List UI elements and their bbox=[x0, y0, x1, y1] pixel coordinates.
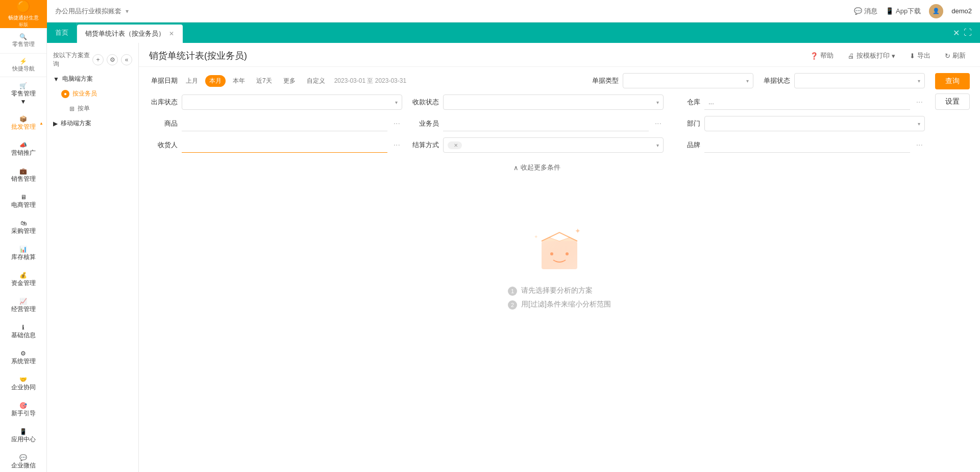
warehouse-input[interactable] bbox=[704, 95, 910, 110]
tab-home[interactable]: 首页 bbox=[47, 22, 77, 43]
scheme-item-order[interactable]: ⊞ 按单 bbox=[47, 101, 138, 116]
close-tab-btn[interactable]: ✕ bbox=[953, 28, 960, 38]
consignee-input[interactable] bbox=[182, 137, 387, 153]
scheme-item-salesperson[interactable]: ● 按业务员 bbox=[47, 86, 138, 101]
quick-nav-btn[interactable]: ⚡ 快捷导航 bbox=[0, 54, 46, 77]
date-tab-more[interactable]: 更多 bbox=[279, 75, 300, 87]
sidebar-item-appstore[interactable]: 📱 应用中心 bbox=[0, 423, 46, 449]
payment-tag-close-btn[interactable]: ✕ bbox=[454, 143, 458, 148]
sidebar-item-ecom[interactable]: 🖥 电商管理 bbox=[0, 188, 46, 215]
filter-row-1: 单据日期 上月 本月 本年 近7天 更多 自定义 2023-03-01 至 20… bbox=[149, 73, 925, 88]
sidebar-item-label: 资金管理 bbox=[11, 279, 36, 288]
sidebar-item-retail[interactable]: 🛒 零售管理 bbox=[0, 77, 46, 110]
page-header-actions: ❓ 帮助 🖨 按模板打印 ▾ ⬇ 导出 ↻ 刷新 bbox=[806, 49, 970, 62]
warehouse-dots-btn[interactable]: ··· bbox=[914, 98, 925, 107]
collapse-icon: ∧ bbox=[513, 164, 519, 172]
date-tab-last-month[interactable]: 上月 bbox=[182, 75, 202, 87]
filter-row-4: 收货人 ··· 结算方式 ✕ ▾ bbox=[149, 137, 925, 153]
collapse-filters-btn[interactable]: ∧ 收起更多条件 bbox=[149, 159, 925, 176]
department-select[interactable]: ▾ bbox=[704, 116, 925, 131]
settings-scheme-btn[interactable]: ⚙ bbox=[107, 54, 118, 65]
filter-area: 单据日期 上月 本月 本年 近7天 更多 自定义 2023-03-01 至 20… bbox=[139, 67, 935, 182]
print-btn[interactable]: 🖨 按模板打印 ▾ bbox=[844, 49, 899, 62]
sidebar-item-label: 电商管理 bbox=[11, 201, 36, 209]
empty-state: ✦ ✦ 1 请先选择要分析的方案 2 用[过滤]条件来缩小分析范围 bbox=[139, 182, 980, 355]
doc-type-label: 单据类型 bbox=[590, 76, 619, 85]
sidebar-item-label: 销售管理 bbox=[11, 175, 36, 183]
payment-label: 结算方式 bbox=[410, 140, 439, 150]
consignee-label: 收货人 bbox=[149, 140, 178, 150]
filter-pay-status: 收款状态 ▾ bbox=[410, 95, 664, 110]
marketing-icon: 📣 bbox=[19, 141, 27, 149]
refresh-btn[interactable]: ↻ 刷新 bbox=[941, 49, 970, 62]
sidebar-item-newbie[interactable]: 🎯 新手引导 bbox=[0, 397, 46, 423]
purchase-icon: 🛍 bbox=[20, 220, 27, 227]
date-tab-this-year[interactable]: 本年 bbox=[229, 75, 249, 87]
pay-status-label: 收款状态 bbox=[410, 98, 439, 107]
sidebar-item-label: 营销推广 bbox=[11, 149, 36, 157]
app-download-btn[interactable]: 📱 App下载 bbox=[886, 7, 921, 16]
message-btn[interactable]: 💬 消息 bbox=[854, 7, 877, 16]
scheme-group-mobile-header[interactable]: ▶ 移动端方案 bbox=[47, 116, 138, 131]
brand-dots-btn[interactable]: ··· bbox=[914, 140, 925, 150]
goods-dots-btn[interactable]: ··· bbox=[391, 119, 402, 128]
goods-input[interactable] bbox=[182, 116, 387, 131]
setting-btn[interactable]: 设置 bbox=[935, 93, 970, 110]
step-2-text: 用[过滤]条件来缩小分析范围 bbox=[521, 300, 611, 309]
appstore-icon: 📱 bbox=[19, 428, 27, 435]
sidebar-item-wholesale[interactable]: 📦 批发管理 bbox=[0, 110, 46, 136]
retail-icon: 🛒 bbox=[19, 82, 27, 89]
salesperson-dots-btn[interactable]: ··· bbox=[653, 119, 664, 128]
tab-close-btn[interactable]: ✕ bbox=[169, 30, 174, 37]
payment-tag: ✕ bbox=[448, 141, 462, 149]
topbar: 办公用品行业模拟账套 ▾ 💬 消息 📱 App下载 👤 demo2 bbox=[47, 0, 980, 22]
sidebar-item-system[interactable]: ⚙ 系统管理 bbox=[0, 345, 46, 371]
scheme-item-label: 按单 bbox=[78, 104, 90, 113]
help-icon: ❓ bbox=[810, 52, 818, 60]
payment-arrow: ▾ bbox=[656, 143, 659, 148]
filter-out-status: 出库状态 ▾ bbox=[149, 95, 402, 110]
tab-sales-stats[interactable]: 销货单统计表（按业务员） ✕ bbox=[77, 25, 183, 43]
date-tab-this-month[interactable]: 本月 bbox=[205, 75, 226, 87]
fullscreen-btn[interactable]: ⛶ bbox=[964, 28, 972, 37]
out-status-select[interactable]: ▾ bbox=[182, 95, 402, 110]
app-logo[interactable]: 🟠 畅捷通好生意标版 bbox=[0, 0, 47, 28]
sidebar-item-sales[interactable]: 💼 销售管理 bbox=[0, 162, 46, 188]
brand-input[interactable] bbox=[704, 137, 910, 153]
sidebar-item-wechat[interactable]: 💬 企业微信 bbox=[0, 449, 46, 472]
search-menu-btn[interactable]: 🔍 零售管理 bbox=[0, 28, 46, 54]
salesperson-input[interactable] bbox=[443, 116, 649, 131]
consignee-dots-btn[interactable]: ··· bbox=[391, 140, 402, 150]
sidebar-item-purchase[interactable]: 🛍 采购管理 bbox=[0, 215, 46, 241]
empty-steps: 1 请先选择要分析的方案 2 用[过滤]条件来缩小分析范围 bbox=[508, 286, 611, 314]
doc-status-select[interactable]: ▾ bbox=[794, 73, 925, 88]
help-btn[interactable]: ❓ 帮助 bbox=[806, 49, 838, 62]
sidebar-item-finance[interactable]: 💰 资金管理 bbox=[0, 267, 46, 293]
collapse-scheme-btn[interactable]: « bbox=[121, 54, 132, 65]
sidebar-item-label: 应用中心 bbox=[11, 435, 36, 444]
sidebar-item-enterprise[interactable]: 🤝 企业协同 bbox=[0, 371, 46, 397]
doc-status-arrow: ▾ bbox=[918, 78, 920, 84]
sidebar-item-inventory[interactable]: 📊 库存核算 bbox=[0, 241, 46, 267]
right-content: 销货单统计表(按业务员) ❓ 帮助 🖨 按模板打印 ▾ ⬇ 导出 ↻ 刷新 bbox=[139, 43, 980, 472]
goods-label: 商品 bbox=[149, 119, 178, 128]
svg-text:✦: ✦ bbox=[575, 227, 581, 235]
topbar-dropdown-btn[interactable]: ▾ bbox=[126, 8, 129, 15]
left-panel-header: 按以下方案查询 + ⚙ « bbox=[47, 48, 138, 72]
date-range-display: 2023-03-01 至 2023-03-31 bbox=[334, 77, 406, 85]
query-btn[interactable]: 查询 bbox=[935, 73, 970, 89]
pay-status-select[interactable]: ▾ bbox=[443, 95, 664, 110]
username-label[interactable]: demo2 bbox=[951, 7, 972, 15]
avatar[interactable]: 👤 bbox=[929, 4, 943, 18]
date-tab-7days[interactable]: 近7天 bbox=[252, 75, 276, 87]
filter-brand: 品牌 ··· bbox=[672, 137, 925, 153]
scheme-group-desktop-header[interactable]: ▼ 电脑端方案 bbox=[47, 72, 138, 86]
sidebar-item-operation[interactable]: 📈 经营管理 bbox=[0, 293, 46, 319]
export-btn[interactable]: ⬇ 导出 bbox=[905, 49, 935, 62]
sidebar-item-basic[interactable]: ℹ 基础信息 bbox=[0, 319, 46, 345]
doc-type-select[interactable]: ▾ bbox=[623, 73, 753, 88]
sidebar-item-marketing[interactable]: 📣 营销推广 bbox=[0, 136, 46, 162]
date-tab-custom[interactable]: 自定义 bbox=[303, 75, 329, 87]
payment-select[interactable]: ✕ ▾ bbox=[443, 137, 664, 153]
add-scheme-btn[interactable]: + bbox=[92, 54, 104, 65]
